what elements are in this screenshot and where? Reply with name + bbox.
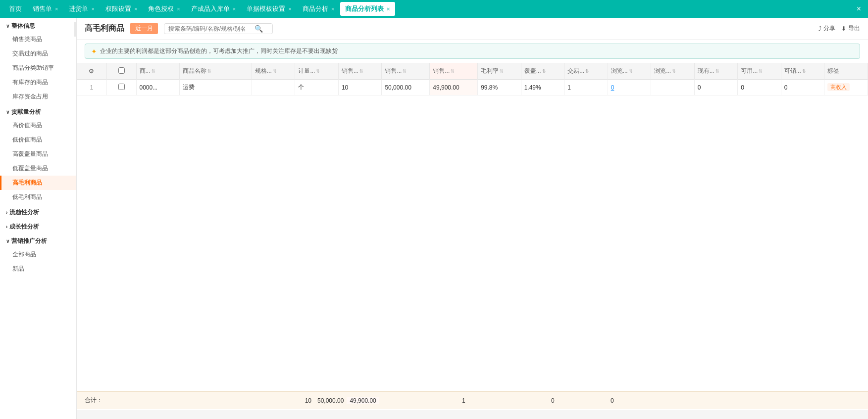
footer-stock-sale: 0 <box>587 397 617 404</box>
col-sale-amount[interactable]: 销售... ⇅ <box>382 63 430 80</box>
sidebar-collapse-button[interactable]: « <box>74 22 77 37</box>
cell-browse1[interactable]: 0 <box>608 80 651 95</box>
sidebar-group-trend[interactable]: › 流趋性分析 <box>0 204 76 219</box>
col-unit[interactable]: 计量... ⇅ <box>295 63 339 80</box>
share-button[interactable]: ⤴ 分享 <box>818 24 835 33</box>
cell-unit: 个 <box>295 80 339 95</box>
sidebar-group-contribution[interactable]: ∨ 贡献量分析 <box>0 104 76 118</box>
sidebar-item-high-margin[interactable]: 高毛利商品 <box>0 176 76 190</box>
sidebar-item-new-goods[interactable]: 新品 <box>0 262 76 276</box>
sidebar-group-overall[interactable]: ∨ 整体信息 <box>0 18 76 32</box>
nav-close-product-inbound[interactable]: × <box>233 6 236 12</box>
nav-home[interactable]: 首页 <box>4 2 27 16</box>
export-button[interactable]: ⬇ 导出 <box>841 24 860 33</box>
sidebar-item-high-coverage[interactable]: 高覆盖量商品 <box>0 147 76 161</box>
window-close-button[interactable]: × <box>854 4 864 13</box>
top-navigation: 首页 销售单 × 进货单 × 权限设置 × 角色授权 × 产成品入库单 × 单据… <box>0 0 868 18</box>
nav-product-inbound[interactable]: 产成品入库单 × <box>186 2 241 16</box>
nav-close-product-analysis-list[interactable]: × <box>387 6 390 12</box>
col-sale-qty[interactable]: 销售... ⇅ <box>338 63 382 80</box>
col-transaction[interactable]: 交易... ⇅ <box>564 63 608 80</box>
cell-sale-profit: 49,900.00 <box>430 80 478 95</box>
col-settings[interactable]: ⚙ <box>77 63 106 80</box>
search-input[interactable] <box>168 25 253 32</box>
sort-stock-avail-icon[interactable]: ⇅ <box>759 69 763 74</box>
sort-browse1-icon[interactable]: ⇅ <box>629 69 633 74</box>
nav-close-template[interactable]: × <box>288 6 291 12</box>
nav-close-sales[interactable]: × <box>55 6 58 12</box>
sidebar-item-all-goods[interactable]: 全部商品 <box>0 247 76 262</box>
sort-browse2-icon[interactable]: ⇅ <box>672 69 676 74</box>
data-table: ⚙ 商... ⇅ 商品名称 <box>77 63 868 95</box>
cell-spec <box>252 80 295 95</box>
nav-purchase[interactable]: 进货单 × <box>64 2 99 16</box>
settings-icon[interactable]: ⚙ <box>89 68 94 75</box>
col-code[interactable]: 商... ⇅ <box>136 63 180 80</box>
sidebar-item-traded-goods[interactable]: 交易过的商品 <box>0 47 76 61</box>
nav-product-analysis-list[interactable]: 商品分析列表 × <box>340 2 395 16</box>
cell-tag: 高收入 <box>824 80 868 95</box>
col-browse2[interactable]: 浏览... ⇅ <box>651 63 695 80</box>
nav-close-purchase[interactable]: × <box>91 6 94 12</box>
sort-stock-now-icon[interactable]: ⇅ <box>715 69 719 74</box>
nav-close-permission[interactable]: × <box>134 6 137 12</box>
table-header-row: ⚙ 商... ⇅ 商品名称 <box>77 63 868 80</box>
nav-role[interactable]: 角色授权 × <box>143 2 185 16</box>
sidebar-item-in-stock-goods[interactable]: 有库存的商品 <box>0 75 76 90</box>
sort-profit-rate-icon[interactable]: ⇅ <box>500 69 504 74</box>
col-name[interactable]: 商品名称 ⇅ <box>180 63 252 80</box>
horizontal-scrollbar[interactable] <box>77 410 868 419</box>
nav-product-analysis[interactable]: 商品分析 × <box>298 2 339 16</box>
col-spec[interactable]: 规格... ⇅ <box>252 63 295 80</box>
nav-permission[interactable]: 权限设置 × <box>101 2 142 16</box>
sort-sale-profit-icon[interactable]: ⇅ <box>451 69 455 74</box>
export-icon: ⬇ <box>841 25 846 32</box>
table-row: 1 0000... 运费 个 10 50,000.00 49,900.00 99… <box>77 80 868 95</box>
nav-close-product-analysis[interactable]: × <box>331 6 334 12</box>
select-all-checkbox[interactable] <box>118 67 125 74</box>
cell-checkbox <box>106 80 136 95</box>
footer-transaction: 1 <box>439 397 468 404</box>
sidebar-item-sales-goods[interactable]: 销售类商品 <box>0 32 76 47</box>
col-profit-rate[interactable]: 毛利率 ⇅ <box>478 63 521 80</box>
row-checkbox[interactable] <box>118 84 125 90</box>
col-sale-profit[interactable]: 销售... ⇅ <box>430 63 478 80</box>
sidebar-item-low-coverage[interactable]: 低覆盖量商品 <box>0 161 76 176</box>
col-coverage[interactable]: 覆盖... ⇅ <box>521 63 564 80</box>
sidebar-item-stock-fund[interactable]: 库存资金占用 <box>0 90 76 104</box>
sort-stock-sale-icon[interactable]: ⇅ <box>802 69 806 74</box>
cell-stock-avail: 0 <box>738 80 781 95</box>
footer-label: 合计： <box>85 396 102 405</box>
col-stock-sale[interactable]: 可销... ⇅ <box>781 63 824 80</box>
tag-badge: 高收入 <box>827 83 850 91</box>
content-area: 高毛利商品 近一月 🔍 ⤴ 分享 ⬇ 导出 ✦ 企业的主要的利润都是这部分商品创… <box>77 18 868 419</box>
sidebar-item-low-margin[interactable]: 低毛利商品 <box>0 190 76 204</box>
col-stock-now[interactable]: 现有... ⇅ <box>694 63 738 80</box>
sidebar: « ∨ 整体信息 销售类商品 交易过的商品 商品分类助销率 有库存的商品 库存资… <box>0 18 77 419</box>
col-stock-avail[interactable]: 可用... ⇅ <box>738 63 781 80</box>
sort-transaction-icon[interactable]: ⇅ <box>585 69 589 74</box>
search-icon[interactable]: 🔍 <box>255 25 263 33</box>
sort-spec-icon[interactable]: ⇅ <box>273 69 277 74</box>
sidebar-item-low-value[interactable]: 低价值商品 <box>0 133 76 147</box>
filter-recent-month-button[interactable]: 近一月 <box>130 23 158 34</box>
sort-coverage-icon[interactable]: ⇅ <box>542 69 546 74</box>
group-arrow-contribution: ∨ <box>6 109 9 115</box>
sort-name-icon[interactable]: ⇅ <box>207 69 211 74</box>
page-title: 高毛利商品 <box>85 23 124 34</box>
nav-template[interactable]: 单据模板设置 × <box>242 2 296 16</box>
col-tag: 标签 <box>824 63 868 80</box>
footer-stock-now: 0 <box>528 397 558 404</box>
sort-sale-amount-icon[interactable]: ⇅ <box>403 69 407 74</box>
footer-sale-amount: 50,000.00 <box>314 397 347 404</box>
sort-code-icon[interactable]: ⇅ <box>152 69 155 74</box>
nav-close-role[interactable]: × <box>177 6 180 12</box>
sidebar-item-high-value[interactable]: 高价值商品 <box>0 118 76 133</box>
sidebar-item-category-rate[interactable]: 商品分类助销率 <box>0 61 76 75</box>
sidebar-group-growth[interactable]: › 成长性分析 <box>0 219 76 233</box>
col-browse1[interactable]: 浏览... ⇅ <box>608 63 651 80</box>
sort-unit-icon[interactable]: ⇅ <box>316 69 320 74</box>
sort-sale-qty-icon[interactable]: ⇅ <box>359 69 363 74</box>
nav-sales-order[interactable]: 销售单 × <box>28 2 63 16</box>
sidebar-group-marketing[interactable]: ∨ 营销推广分析 <box>0 233 76 247</box>
